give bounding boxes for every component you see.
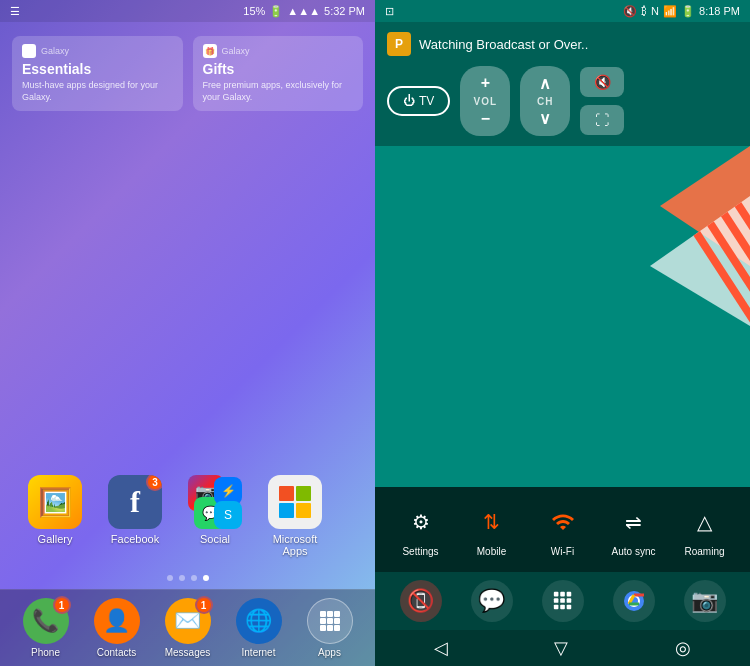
left-status-icons: 15% 🔋 ▲▲▲ 5:32 PM	[243, 5, 365, 18]
left-battery-icon: 🔋	[269, 5, 283, 18]
essentials-desc: Must-have apps designed for your Galaxy.	[22, 80, 173, 103]
dot-3	[191, 575, 197, 581]
ch-label: CH	[537, 96, 553, 107]
back-icon: ◁	[434, 637, 448, 659]
social-label: Social	[200, 533, 230, 545]
svg-rect-19	[553, 598, 558, 603]
dock-bar: 📞 1 Phone 👤 Contacts ✉️ 1 Messages 🌐 Int…	[0, 589, 375, 666]
microsoft-label: Microsoft Apps	[260, 533, 330, 557]
skype-icon: S	[214, 501, 242, 529]
svg-rect-1	[327, 611, 333, 617]
right-nfc-icon: N	[651, 5, 659, 17]
quick-settings-row: ⚙ Settings ⇅ Mobile Wi-Fi	[375, 497, 750, 562]
qs-wifi-icon	[543, 502, 583, 542]
vol-slider[interactable]: + VOL −	[460, 66, 510, 136]
phone-badge: 1	[53, 596, 71, 614]
app-item-gallery[interactable]: 🖼️ Gallery	[20, 475, 90, 557]
left-battery-text: 15%	[243, 5, 265, 17]
internet-dock-label: Internet	[242, 647, 276, 658]
right-screen: ⊡ 🔇 ₿ N 📶 🔋 8:18 PM P Watching Broadcast…	[375, 0, 750, 666]
qs-autosync[interactable]: ⇌ Auto sync	[604, 502, 664, 557]
qs-wifi[interactable]: Wi-Fi	[533, 502, 593, 557]
svg-rect-22	[553, 605, 558, 610]
svg-rect-20	[560, 598, 565, 603]
right-status-icons: 🔇 ₿ N 📶 🔋 8:18 PM	[623, 5, 740, 18]
contacts-dock-icon: 👤	[94, 598, 140, 644]
svg-rect-6	[320, 625, 326, 631]
microsoft-grid-icon	[279, 486, 311, 518]
gifts-card-icon: 🎁	[203, 44, 217, 58]
mute-button[interactable]: 🔇	[580, 67, 624, 97]
qs-roaming[interactable]: △ Roaming	[675, 502, 735, 557]
app-item-microsoft[interactable]: Microsoft Apps	[260, 475, 330, 557]
ch-slider[interactable]: ∧ CH ∨	[520, 66, 570, 136]
vol-down-icon: −	[481, 110, 490, 128]
app-item-facebook[interactable]: f 3 Facebook	[100, 475, 170, 557]
right-battery-icon: 🔋	[681, 5, 695, 18]
ch-up-icon: ∧	[539, 74, 551, 93]
left-time: 5:32 PM	[324, 5, 365, 17]
gifts-title: Gifts	[203, 61, 354, 77]
left-signal-icon: ▲▲▲	[287, 5, 320, 17]
nav-home-button[interactable]: ▽	[554, 637, 568, 659]
notification-cards: ⊞ Galaxy Essentials Must-have apps desig…	[0, 26, 375, 121]
qs-settings[interactable]: ⚙ Settings	[391, 502, 451, 557]
vol-up-icon: +	[481, 74, 490, 92]
dock-messages[interactable]: ✉️ 1 Messages	[165, 598, 211, 658]
remote-right-col: 🔇 ⛶	[580, 67, 624, 135]
essentials-brand: Galaxy	[41, 46, 69, 56]
essentials-card[interactable]: ⊞ Galaxy Essentials Must-have apps desig…	[12, 36, 183, 111]
qs-settings-label: Settings	[402, 546, 438, 557]
right-dock-phone[interactable]: 📵	[400, 580, 442, 622]
right-dock-camera[interactable]: 📷	[684, 580, 726, 622]
gifts-card[interactable]: 🎁 Galaxy Gifts Free premium apps, exclus…	[193, 36, 364, 111]
left-screen: ☰ 15% 🔋 ▲▲▲ 5:32 PM ⊞ Galaxy Essentials …	[0, 0, 375, 666]
right-bt-icon: ₿	[641, 5, 647, 17]
nav-back-button[interactable]: ◁	[434, 637, 448, 659]
qs-mobile[interactable]: ⇅ Mobile	[462, 502, 522, 557]
tv-label: TV	[419, 94, 434, 108]
left-status-left-icon: ☰	[10, 5, 20, 18]
remote-title: Watching Broadcast or Over..	[419, 37, 588, 52]
home-icon: ▽	[554, 637, 568, 659]
qs-autosync-icon: ⇌	[614, 502, 654, 542]
apps-grid-svg	[318, 609, 342, 633]
tv-power-button[interactable]: ⏻ TV	[387, 86, 450, 116]
app-item-social[interactable]: 📷 💬 ⚡ S Social	[180, 475, 250, 557]
fullscreen-icon: ⛶	[595, 112, 609, 128]
messages-dock-icon: ✉️ 1	[165, 598, 211, 644]
svg-rect-3	[320, 618, 326, 624]
svg-rect-8	[334, 625, 340, 631]
right-dock-apps[interactable]	[542, 580, 584, 622]
svg-rect-7	[327, 625, 333, 631]
right-dock-chat[interactable]: 💬	[471, 580, 513, 622]
messages-dock-label: Messages	[165, 647, 211, 658]
dot-4-active	[203, 575, 209, 581]
qs-settings-icon: ⚙	[401, 502, 441, 542]
remote-header: P Watching Broadcast or Over..	[387, 32, 738, 56]
quick-settings: ⚙ Settings ⇅ Mobile Wi-Fi	[375, 487, 750, 572]
svg-rect-2	[334, 611, 340, 617]
dock-phone[interactable]: 📞 1 Phone	[23, 598, 69, 658]
phone-dock-label: Phone	[31, 647, 60, 658]
right-dock-chrome[interactable]	[613, 580, 655, 622]
svg-rect-24	[566, 605, 571, 610]
dot-2	[179, 575, 185, 581]
nav-recents-button[interactable]: ◎	[675, 637, 691, 659]
right-time: 8:18 PM	[699, 5, 740, 17]
tv-power-icon: ⏻	[403, 94, 415, 108]
qs-roaming-label: Roaming	[684, 546, 724, 557]
phone-dock-icon: 📞 1	[23, 598, 69, 644]
apps-dock-icon	[307, 598, 353, 644]
dock-internet[interactable]: 🌐 Internet	[236, 598, 282, 658]
svg-rect-4	[327, 618, 333, 624]
camera-icon: 📷	[691, 588, 718, 614]
wifi-svg-icon	[551, 510, 575, 534]
fullscreen-button[interactable]: ⛶	[580, 105, 624, 135]
essentials-card-header: ⊞ Galaxy	[22, 44, 173, 58]
left-status-bar: ☰ 15% 🔋 ▲▲▲ 5:32 PM	[0, 0, 375, 22]
dock-apps[interactable]: Apps	[307, 598, 353, 658]
ch-down-icon: ∨	[539, 109, 551, 128]
dock-contacts[interactable]: 👤 Contacts	[94, 598, 140, 658]
essentials-title: Essentials	[22, 61, 173, 77]
